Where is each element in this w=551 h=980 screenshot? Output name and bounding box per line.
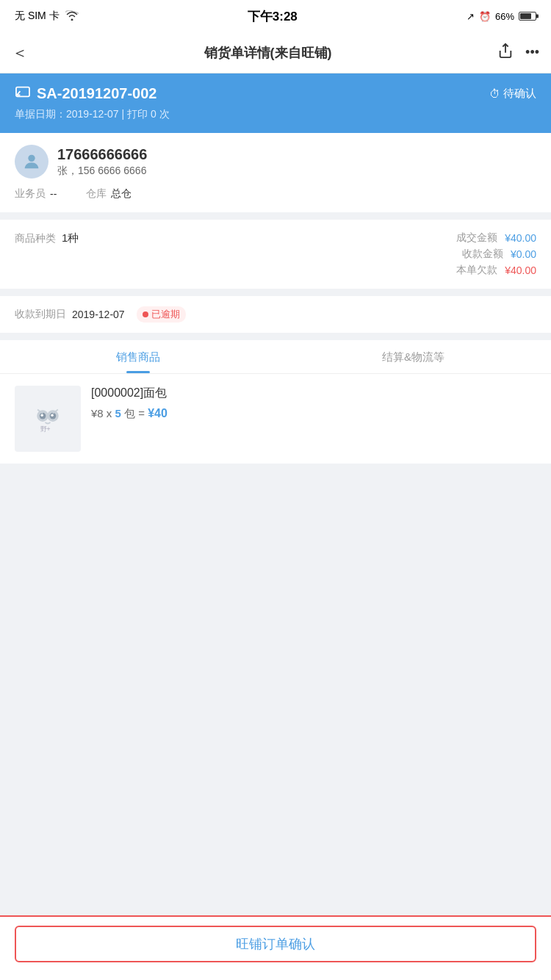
order-id: SA-20191207-002: [15, 85, 156, 102]
product-price: ¥8: [91, 407, 104, 419]
product-total: ¥40: [148, 407, 168, 419]
svg-text:野+: 野+: [40, 425, 51, 433]
product-info: [0000002]面包 ¥8 x 5 包 = ¥40: [91, 386, 536, 421]
salesperson-value: --: [50, 188, 57, 200]
nav-bar: ＜ 销货单详情(来自旺铺) •••: [0, 32, 551, 73]
product-price-row: ¥8 x 5 包 = ¥40: [91, 407, 536, 421]
order-header-top: SA-20191207-002 ⏱ 待确认: [15, 85, 536, 102]
due-date: 2019-12-07: [72, 309, 125, 320]
tab-settlement-label: 结算&物流等: [382, 350, 444, 363]
warehouse-value: 总仓: [111, 187, 132, 201]
nav-actions: •••: [497, 43, 539, 62]
confirm-order-button[interactable]: 旺铺订单确认: [15, 926, 536, 962]
tab-sales-goods-label: 销售商品: [116, 350, 160, 363]
overdue-text: 已逾期: [151, 308, 180, 321]
salesperson-label: 业务员: [15, 187, 46, 201]
order-icon: [15, 85, 31, 102]
goods-type-value: 1种: [62, 231, 79, 245]
customer-section: 17666666666 张，156 6666 6666 业务员 -- 仓库 总仓: [0, 133, 551, 212]
customer-info: 17666666666 张，156 6666 6666: [57, 146, 147, 178]
svg-point-7: [51, 414, 53, 417]
avatar: [15, 145, 48, 179]
wifi-icon: [65, 10, 79, 23]
svg-point-6: [40, 414, 43, 417]
location-icon: ↗: [467, 11, 475, 22]
goods-type-item: 商品种类 1种: [15, 231, 79, 245]
received-row: 收款金额 ¥0.00: [462, 248, 536, 261]
goods-type-label: 商品种类: [15, 232, 56, 245]
customer-meta: 业务员 -- 仓库 总仓: [15, 187, 536, 201]
customer-name: 张，156 6666 6666: [57, 165, 147, 178]
amount-label: 成交金额: [456, 231, 497, 245]
summary-left: 商品种类 1种: [15, 231, 79, 245]
amount-value: ¥40.00: [505, 232, 536, 244]
more-icon[interactable]: •••: [525, 45, 539, 60]
tab-sales-goods[interactable]: 销售商品: [0, 340, 276, 373]
due-section: 收款到期日 2019-12-07 已逾期: [0, 296, 551, 333]
confirm-order-label: 旺铺订单确认: [236, 935, 315, 953]
back-button[interactable]: ＜: [12, 42, 38, 64]
empty-space: [0, 464, 551, 610]
multiply-sign: x: [107, 407, 115, 419]
carrier-text: 无 SIM 卡: [15, 10, 60, 23]
product-thumbnail: 野+: [15, 386, 81, 452]
summary-right: 成交金额 ¥40.00 收款金额 ¥0.00 本单欠款 ¥40.00: [456, 231, 536, 277]
bottom-bar: 旺铺订单确认: [0, 915, 551, 980]
tabs-bar: 销售商品 结算&物流等: [0, 340, 551, 374]
outstanding-row: 本单欠款 ¥40.00: [456, 264, 536, 277]
summary-section: 商品种类 1种 成交金额 ¥40.00 收款金额 ¥0.00 本单欠款 ¥40.…: [0, 220, 551, 289]
customer-phone: 17666666666: [57, 146, 147, 163]
summary-row: 商品种类 1种 成交金额 ¥40.00 收款金额 ¥0.00 本单欠款 ¥40.…: [15, 231, 536, 277]
received-label: 收款金额: [462, 248, 503, 261]
product-qty: 5: [115, 407, 121, 419]
received-value: ¥0.00: [511, 248, 536, 260]
warehouse-item: 仓库 总仓: [86, 187, 132, 201]
order-id-text: SA-20191207-002: [37, 85, 156, 102]
alarm-icon: ⏰: [479, 11, 491, 22]
overdue-dot: [143, 311, 148, 317]
page-title: 销货单详情(来自旺铺): [38, 44, 497, 62]
clock-icon: ⏱: [489, 87, 500, 100]
equals-sign: =: [138, 407, 148, 419]
warehouse-label: 仓库: [86, 187, 107, 201]
tab-settlement[interactable]: 结算&物流等: [276, 340, 551, 373]
salesperson-item: 业务员 --: [15, 187, 57, 201]
due-label: 收款到期日: [15, 308, 66, 321]
product-section: 野+ [0000002]面包 ¥8 x 5 包 = ¥40: [0, 374, 551, 464]
customer-top: 17666666666 张，156 6666 6666: [15, 145, 536, 179]
overdue-badge: 已逾期: [137, 306, 186, 323]
order-date: 单据日期：2019-12-07 | 打印 0 次: [15, 108, 536, 121]
order-status-text: 待确认: [503, 87, 536, 101]
status-left: 无 SIM 卡: [15, 10, 79, 23]
status-right: ↗ ⏰ 66%: [467, 11, 536, 22]
tabs-section: 销售商品 结算&物流等: [0, 340, 551, 374]
order-status: ⏱ 待确认: [489, 87, 536, 101]
svg-point-1: [28, 155, 35, 162]
battery-icon: [519, 12, 536, 21]
share-icon[interactable]: [497, 43, 514, 62]
status-bar: 无 SIM 卡 下午3:28 ↗ ⏰ 66%: [0, 0, 551, 32]
battery-percent: 66%: [495, 11, 514, 22]
order-header: SA-20191207-002 ⏱ 待确认 单据日期：2019-12-07 | …: [0, 73, 551, 133]
product-name: [0000002]面包: [91, 386, 536, 401]
outstanding-value: ¥40.00: [505, 264, 536, 276]
amount-row: 成交金额 ¥40.00: [456, 231, 536, 245]
status-time: 下午3:28: [248, 8, 298, 25]
outstanding-label: 本单欠款: [456, 264, 497, 277]
unit: 包: [124, 407, 135, 419]
